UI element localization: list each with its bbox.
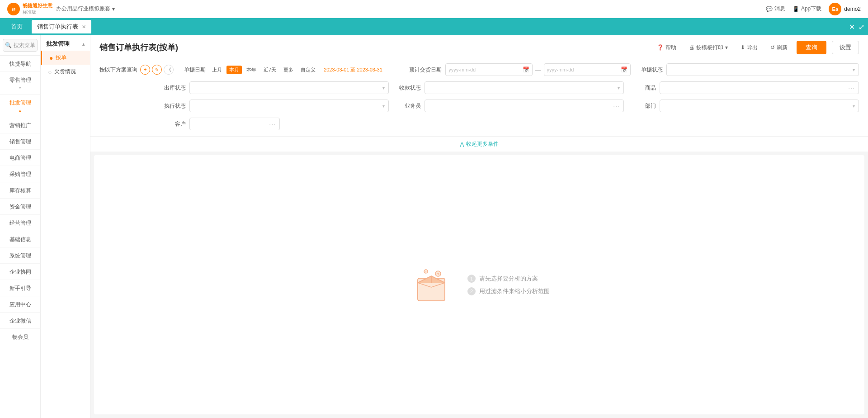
shortcut-custom[interactable]: 自定义 xyxy=(298,66,318,74)
sidebar-item-finance[interactable]: 资金管理 xyxy=(0,199,40,215)
doc-status-select[interactable]: ▾ xyxy=(666,63,859,76)
shortcut-this-month[interactable]: 本月 xyxy=(226,66,242,74)
goods-more-icon[interactable]: ··· xyxy=(848,84,855,91)
export-button[interactable]: ⬇ 导出 xyxy=(737,42,761,53)
refresh-button[interactable]: ↺ 刷新 xyxy=(767,42,791,53)
sub-sidebar-header-wholesale[interactable]: 批发管理 ▴ xyxy=(41,35,90,51)
sidebar-item-guide[interactable]: 新手引导 xyxy=(0,280,40,296)
edit-scheme-button[interactable]: ✎ xyxy=(152,65,162,75)
sidebar-item-cooperation[interactable]: 企业协同 xyxy=(0,264,40,280)
sidebar-item-ecommerce[interactable]: 电商管理 xyxy=(0,150,40,166)
collapse-scheme-button[interactable]: 《 xyxy=(164,65,174,75)
filter-date-field: 单据日期 上月 本月 本年 近7天 更多 自定义 2023-03-01 至 20… xyxy=(181,66,402,74)
svg-text:!: ! xyxy=(425,271,426,274)
shortcut-last-month[interactable]: 上月 xyxy=(209,66,225,74)
tab-bar-actions: ✕ ⤢ xyxy=(849,23,864,31)
goods-label: 商品 xyxy=(631,84,656,92)
exec-status-chevron-icon: ▾ xyxy=(382,104,385,109)
print-icon: 🖨 xyxy=(689,44,694,51)
sidebar-item-basic[interactable]: 基础信息 xyxy=(0,231,40,247)
sidebar-item-operation[interactable]: 经营管理 xyxy=(0,215,40,231)
app-download-button[interactable]: 📱 App下载 xyxy=(793,5,821,13)
filter-exec-status-field: 执行状态 ▾ xyxy=(161,100,389,112)
expected-date-start-input[interactable]: yyyy-mm-dd 📅 xyxy=(445,63,532,76)
user-name: demo2 xyxy=(844,6,861,12)
sidebar-item-wechat[interactable]: 企业微信 xyxy=(0,313,40,329)
sidebar-item-purchase[interactable]: 采购管理 xyxy=(0,166,40,182)
empty-tip-2: 2 用过滤条件来缩小分析范围 xyxy=(467,287,550,295)
settings-button[interactable]: 设置 xyxy=(832,41,859,54)
shortcut-last-7-days[interactable]: 近7天 xyxy=(261,66,279,74)
stock-status-select[interactable]: ▾ xyxy=(189,81,389,94)
filter-dept-field: 部门 ▾ xyxy=(631,100,859,112)
close-window-icon[interactable]: ✕ xyxy=(849,23,855,31)
filter-row-3: 执行状态 ▾ 业务员 ··· 部门 xyxy=(99,100,859,112)
shortcut-this-year[interactable]: 本年 xyxy=(244,66,259,74)
customer-select[interactable]: ··· xyxy=(189,118,280,130)
sub-sidebar-section-wholesale: 批发管理 ▴ ● 按单 ○ 欠货情况 xyxy=(41,35,90,79)
print-button[interactable]: 🖨 按模板打印 ▾ xyxy=(685,42,731,53)
search-icon: 🔍 xyxy=(5,42,12,48)
filter-goods-field: 商品 ··· xyxy=(631,81,859,94)
logo-text: 畅捷通好生意 标准版 xyxy=(23,2,52,15)
maximize-icon[interactable]: ⤢ xyxy=(859,23,864,31)
calendar-start-icon: 📅 xyxy=(523,66,529,73)
export-icon: ⬇ xyxy=(741,44,745,51)
sidebar-item-shortcuts[interactable]: 快捷导航 xyxy=(0,56,40,72)
query-button[interactable]: 查询 xyxy=(797,41,826,54)
stock-status-label: 出库状态 xyxy=(161,84,186,92)
scheme-actions: + ✎ 《 xyxy=(140,65,174,75)
sidebar-item-retail[interactable]: 零售管理 ▾ xyxy=(0,72,40,95)
dept-label: 部门 xyxy=(631,102,656,110)
search-menu-button[interactable]: 🔍 搜索菜单 xyxy=(3,39,38,52)
expected-date-end-input[interactable]: yyyy-mm-dd 📅 xyxy=(544,63,631,76)
salesperson-more-icon[interactable]: ··· xyxy=(613,102,620,109)
sub-sidebar-item-by-order[interactable]: ● 按单 xyxy=(41,51,90,65)
shortcut-more[interactable]: 更多 xyxy=(281,66,296,74)
date-range-display: 2023-03-01 至 2023-03-31 xyxy=(324,66,382,73)
date-field-label: 单据日期 xyxy=(181,66,206,74)
empty-tip-1: 1 请先选择要分析的方案 xyxy=(467,275,550,283)
sidebar-item-member[interactable]: 畅会员 xyxy=(0,329,40,345)
empty-state-content: ? ! 1 请先选择要分析的方案 2 用过滤条件来缩小分析范围 xyxy=(409,262,550,308)
tip-number-1: 1 xyxy=(467,275,476,283)
header-left: 好 畅捷通好生意 标准版 办公用品行业模拟账套 ▾ xyxy=(7,2,115,15)
exec-status-label: 执行状态 xyxy=(161,102,186,110)
sidebar-item-wholesale[interactable]: 批发管理 ▴ xyxy=(0,95,40,117)
customer-more-icon[interactable]: ··· xyxy=(269,120,276,128)
help-button[interactable]: ❓ 帮助 xyxy=(653,42,680,53)
filter-expected-date-field: 预计交货日期 yyyy-mm-dd 📅 — yyyy-mm-dd 📅 xyxy=(409,63,630,76)
dept-select[interactable]: ▾ xyxy=(660,100,859,112)
message-icon: 💬 xyxy=(766,6,773,12)
sidebar-item-system[interactable]: 系统管理 xyxy=(0,247,40,264)
sidebar-item-marketing[interactable]: 营销推广 xyxy=(0,117,40,133)
sidebar-item-apps[interactable]: 应用中心 xyxy=(0,296,40,313)
sidebar-item-inventory[interactable]: 库存核算 xyxy=(0,182,40,199)
empty-tips: 1 请先选择要分析的方案 2 用过滤条件来缩小分析范围 xyxy=(467,275,550,295)
header-right: 💬 消息 📱 App下载 Ea demo2 xyxy=(766,3,861,15)
goods-select[interactable]: ··· xyxy=(660,81,859,94)
tab-home[interactable]: 首页 xyxy=(4,20,30,33)
message-button[interactable]: 💬 消息 xyxy=(766,5,785,13)
user-profile[interactable]: Ea demo2 xyxy=(829,3,861,15)
sub-sidebar-item-backorder[interactable]: ○ 欠货情况 xyxy=(41,65,90,79)
exec-status-select[interactable]: ▾ xyxy=(189,100,389,112)
filter-customer-field: 客户 ··· xyxy=(161,118,859,130)
calendar-end-icon: 📅 xyxy=(621,66,627,73)
app-selector[interactable]: 办公用品行业模拟账套 ▾ xyxy=(56,5,115,13)
chevron-down-icon: ▾ xyxy=(112,6,115,12)
collapse-icon: ▴ xyxy=(82,42,85,47)
salesperson-select[interactable]: ··· xyxy=(425,100,624,112)
tab-close-icon[interactable]: ✕ xyxy=(82,24,86,29)
doc-status-chevron-icon: ▾ xyxy=(853,67,855,72)
sidebar-item-sales[interactable]: 销售管理 xyxy=(0,133,40,150)
date-shortcuts: 上月 本月 本年 近7天 更多 自定义 xyxy=(209,66,318,74)
tab-sales-order[interactable]: 销售订单执行表 ✕ xyxy=(32,20,91,33)
salesperson-label: 业务员 xyxy=(396,102,421,110)
collapse-bar[interactable]: ⋀ 收起更多条件 xyxy=(90,136,868,152)
dept-chevron-icon: ▾ xyxy=(853,104,855,109)
payment-status-select[interactable]: ▾ xyxy=(425,81,624,94)
filter-row-1: 按以下方案查询 + ✎ 《 单据日期 上月 本月 本年 近7天 更 xyxy=(99,63,859,76)
collapse-up-icon: ⋀ xyxy=(460,141,464,147)
add-scheme-button[interactable]: + xyxy=(140,65,150,75)
